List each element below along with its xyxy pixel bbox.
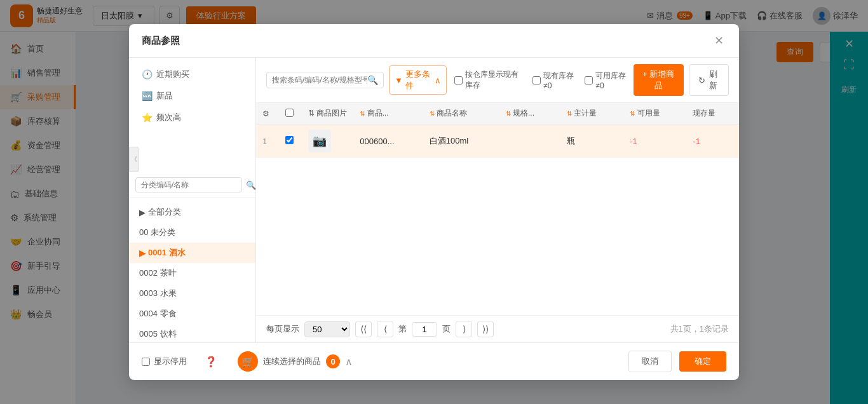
th-spec-sort-icon: ⇅ xyxy=(506,110,511,117)
help-icon[interactable]: ❓ xyxy=(205,356,217,368)
th-settings[interactable]: ⚙ xyxy=(256,103,279,125)
product-name: 白酒100ml xyxy=(430,136,468,145)
new-icon: 🆕 xyxy=(142,91,153,101)
confirm-button[interactable]: 确定 xyxy=(679,351,726,372)
category-0003[interactable]: 0003 水果 xyxy=(129,283,255,304)
cart-icon[interactable]: 🛒 xyxy=(238,351,258,372)
row-img-cell: 📷 xyxy=(302,125,353,158)
checkbox-available-stock-input[interactable] xyxy=(585,76,593,84)
category-0004[interactable]: 0004 零食 xyxy=(129,304,255,324)
row-num: 1 xyxy=(262,137,267,146)
cart-label: 连续选择的商品 xyxy=(263,356,321,367)
modal-header: 商品参照 ✕ xyxy=(129,24,739,58)
category-all[interactable]: ▶ 全部分类 xyxy=(129,202,255,222)
add-product-button[interactable]: + 新增商品 xyxy=(634,64,684,96)
tab-frequent-label: 频次高 xyxy=(156,112,181,123)
th-spec[interactable]: ⇅ 规格... xyxy=(499,103,560,125)
product-code: 000600... xyxy=(360,137,394,146)
row-name-cell: 白酒100ml xyxy=(423,125,499,158)
product-search-icon[interactable]: 🔍 xyxy=(367,75,378,85)
left-tabs: 🕐 近期购买 🆕 新品 ⭐ 频次高 xyxy=(129,58,255,134)
checkbox-existing-stock-input[interactable] xyxy=(532,76,541,84)
recent-icon: 🕐 xyxy=(142,69,153,79)
th-unit-sort-icon: ⇅ xyxy=(567,110,572,117)
th-product-code[interactable]: ⇅ 商品... xyxy=(353,103,423,125)
show-disabled-label: 显示停用 xyxy=(154,356,187,367)
table-header-row: ⚙ ⇅ 商品图片 ⇅ 商品... xyxy=(256,103,739,125)
th-unit[interactable]: ⇅ 主计量 xyxy=(560,103,623,125)
collapse-button[interactable]: 《 xyxy=(129,147,139,172)
category-0004-label: 0004 零食 xyxy=(139,308,177,320)
category-0005[interactable]: 0005 饮料 xyxy=(129,324,255,342)
star-icon: ⭐ xyxy=(142,112,153,123)
modal-toolbar: 🔍 ▼ 更多条件 ∧ 按仓库显示现有库存 现 xyxy=(256,58,739,103)
last-page-button[interactable]: ⟩⟩ xyxy=(477,321,494,337)
th-name-sort-icon: ⇅ xyxy=(430,110,435,117)
cart-expand-icon[interactable]: ∧ xyxy=(345,356,353,368)
category-0001[interactable]: ▶ 0001 酒水 xyxy=(129,243,255,263)
page-suffix-label: 页 xyxy=(442,323,451,335)
category-search-input[interactable] xyxy=(135,177,242,192)
show-disabled-checkbox[interactable]: 显示停用 xyxy=(142,356,187,367)
cancel-button[interactable]: 取消 xyxy=(628,351,672,372)
checkbox-available-stock[interactable]: 可用库存≠0 xyxy=(585,71,628,90)
select-all-checkbox[interactable] xyxy=(285,109,294,117)
tab-recent-label: 近期购买 xyxy=(156,69,189,80)
per-page-label: 每页显示 xyxy=(266,323,299,335)
prev-page-button[interactable]: ⟨ xyxy=(377,321,393,337)
product-thumbnail: 📷 xyxy=(308,130,331,152)
category-00[interactable]: 00 未分类 xyxy=(129,222,255,243)
th-available-label: 可用量 xyxy=(637,109,660,118)
modal-body: 🕐 近期购买 🆕 新品 ⭐ 频次高 《 xyxy=(129,58,739,342)
category-all-arrow: ▶ xyxy=(139,208,146,217)
category-0005-label: 0005 饮料 xyxy=(139,328,177,340)
category-search-icon[interactable]: 🔍 xyxy=(246,180,256,190)
tab-new-product[interactable]: 🆕 新品 xyxy=(135,86,249,106)
tab-frequent[interactable]: ⭐ 频次高 xyxy=(135,107,249,128)
cart-count-badge: 0 xyxy=(326,354,340,368)
filter-label: 更多条件 xyxy=(405,69,432,91)
tab-recent-purchase[interactable]: 🕐 近期购买 xyxy=(135,64,249,84)
modal-footer: 显示停用 ❓ 🛒 连续选择的商品 0 ∧ 取消 确定 xyxy=(129,342,739,380)
product-search-box: 🔍 xyxy=(266,72,384,88)
show-disabled-input[interactable] xyxy=(142,358,150,366)
refresh-icon: ↻ xyxy=(698,76,705,85)
refresh-button[interactable]: ↻ 刷新 xyxy=(689,64,729,96)
checkbox-existing-stock-label: 现有库存≠0 xyxy=(543,71,576,90)
category-search-bar: 🔍 xyxy=(129,172,255,198)
product-reference-modal: 商品参照 ✕ 🕐 近期购买 🆕 新品 ⭐ 频次高 xyxy=(129,24,739,380)
product-search-input[interactable] xyxy=(272,76,367,84)
category-list: ▶ 全部分类 00 未分类 ▶ 0001 酒水 0002 茶叶 0003 水果 xyxy=(129,198,255,342)
category-00-label: 00 未分类 xyxy=(139,227,175,238)
product-table-container: ⚙ ⇅ 商品图片 ⇅ 商品... xyxy=(256,103,739,315)
filter-checkboxes: 按仓库显示现有库存 现有库存≠0 可用库存≠0 xyxy=(454,69,628,91)
th-img-label: 商品图片 xyxy=(316,109,347,118)
page-number-input[interactable] xyxy=(412,322,437,337)
checkbox-by-warehouse[interactable]: 按仓库显示现有库存 xyxy=(454,69,524,91)
product-table-body: 1 📷 000600... 白酒100ml xyxy=(256,125,739,158)
modal-left-panel: 🕐 近期购买 🆕 新品 ⭐ 频次高 《 xyxy=(129,58,256,342)
product-table: ⚙ ⇅ 商品图片 ⇅ 商品... xyxy=(256,103,739,158)
filter-up-icon: ∧ xyxy=(435,76,441,85)
th-checkbox xyxy=(279,103,302,125)
product-available: -1 xyxy=(630,137,637,146)
category-0002[interactable]: 0002 茶叶 xyxy=(129,263,255,283)
th-product-name[interactable]: ⇅ 商品名称 xyxy=(423,103,499,125)
page-label: 第 xyxy=(398,323,407,335)
category-0001-label: 0001 酒水 xyxy=(148,247,186,259)
row-checkbox[interactable] xyxy=(285,136,294,144)
filter-icon: ▼ xyxy=(395,76,403,85)
first-page-button[interactable]: ⟨⟨ xyxy=(355,321,372,337)
next-page-button[interactable]: ⟩ xyxy=(456,321,472,337)
checkbox-existing-stock[interactable]: 现有库存≠0 xyxy=(532,71,576,90)
pagination-info: 共1页，1条记录 xyxy=(670,323,729,335)
checkbox-by-warehouse-input[interactable] xyxy=(454,76,463,84)
more-filters-button[interactable]: ▼ 更多条件 ∧ xyxy=(389,65,447,95)
table-row[interactable]: 1 📷 000600... 白酒100ml xyxy=(256,125,739,158)
th-code-sort-icon: ⇅ xyxy=(360,110,365,117)
cart-area: 🛒 连续选择的商品 0 ∧ xyxy=(238,351,353,372)
per-page-select[interactable]: 50 10 20 100 xyxy=(304,321,350,337)
th-available[interactable]: ⇅ 可用量 xyxy=(623,103,686,125)
modal-overlay: 商品参照 ✕ 🕐 近期购买 🆕 新品 ⭐ 频次高 xyxy=(0,0,868,404)
modal-close-button[interactable]: ✕ xyxy=(711,33,726,48)
